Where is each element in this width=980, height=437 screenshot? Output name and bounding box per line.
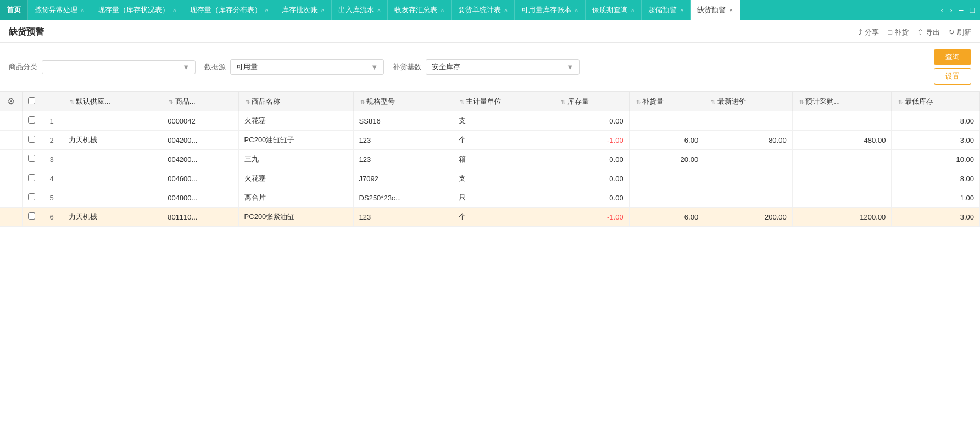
datasource-select[interactable]: 可用量 ▼	[230, 59, 384, 75]
row-stock-3: 0.00	[554, 169, 629, 188]
sort-icon-spec: ⇅	[360, 99, 365, 105]
row-min-5: 3.00	[892, 208, 980, 227]
tab-minimize[interactable]: –	[956, 3, 967, 16]
tab-scroll-left[interactable]: ‹	[937, 3, 946, 16]
row-supplier-5: 力天机械	[63, 208, 162, 227]
row-num-0: 1	[41, 111, 63, 131]
tab-shortage-close[interactable]: ×	[729, 7, 732, 13]
row-unit-1: 个	[453, 131, 554, 150]
row-price-4	[704, 188, 793, 208]
header-actions: ⤴ 分享 □ 补货 ⇧ 导出 ↻ 刷新	[859, 27, 971, 37]
row-price-5: 200.00	[704, 208, 793, 227]
share-action[interactable]: ⤴ 分享	[859, 27, 879, 37]
refresh-label: 刷新	[957, 27, 971, 37]
row-replenish-1: 6.00	[629, 131, 704, 150]
export-icon: ⇧	[917, 28, 923, 36]
datasource-filter-group: 数据源 可用量 ▼	[204, 59, 384, 75]
tab-inout-flow[interactable]: 出入库流水 ×	[332, 0, 388, 20]
replenish-base-select[interactable]: 安全库存 ▼	[426, 59, 580, 75]
tab-inventory-dist-label: 现存量（库存分布表）	[190, 5, 261, 15]
tab-requisition-stat[interactable]: 要货单统计表 ×	[452, 0, 515, 20]
tab-exception-close[interactable]: ×	[81, 7, 84, 13]
row-checkbox-3[interactable]	[28, 174, 35, 181]
query-button[interactable]: 查询	[934, 49, 971, 65]
tab-inventory-status[interactable]: 现存量（库存状况表） ×	[91, 0, 183, 20]
replenish-action[interactable]: □ 补货	[888, 27, 909, 37]
replenish-label: 补货	[894, 27, 909, 37]
row-checkbox-4[interactable]	[28, 193, 35, 200]
tab-scroll-right[interactable]: ›	[946, 3, 956, 16]
row-min-2: 10.00	[892, 150, 980, 169]
row-unit-3: 支	[453, 169, 554, 188]
table-row: 4 004600... 火花塞 J7092 支 0.00 8.00	[0, 169, 980, 188]
row-gear-1	[0, 131, 22, 150]
tab-exception[interactable]: 拣货异常处理 ×	[28, 0, 91, 20]
tab-expiry-query-label: 保质期查询	[592, 5, 628, 15]
row-checkbox-5[interactable]	[28, 212, 35, 220]
tab-expiry-query-close[interactable]: ×	[631, 7, 634, 13]
row-checkbox-cell-3	[22, 169, 41, 188]
row-num-1: 2	[41, 131, 63, 150]
tab-receive-summary-close[interactable]: ×	[441, 7, 444, 13]
replenish-base-value: 安全库存	[432, 62, 460, 72]
row-supplier-4	[63, 188, 162, 208]
tab-overstock-close[interactable]: ×	[680, 7, 683, 13]
category-dropdown-icon: ▼	[182, 63, 190, 71]
main-content: 缺货预警 ⤴ 分享 □ 补货 ⇧ 导出 ↻ 刷新 商品分类	[0, 20, 980, 437]
tab-inventory-dist-close[interactable]: ×	[265, 7, 268, 13]
row-name-3: 火花塞	[238, 169, 353, 188]
row-num-4: 5	[41, 188, 63, 208]
tab-inventory-dist[interactable]: 现存量（库存分布表） ×	[183, 0, 275, 20]
col-replenish-header: ⇅ 补货量	[629, 92, 704, 111]
row-checkbox-1[interactable]	[28, 136, 35, 143]
row-replenish-2: 20.00	[629, 150, 704, 169]
row-spec-5: 123	[353, 208, 453, 227]
tab-maximize[interactable]: □	[967, 3, 978, 16]
tab-available-ledger[interactable]: 可用量库存账本 ×	[515, 0, 585, 20]
row-name-4: 离合片	[238, 188, 353, 208]
row-num-5: 6	[41, 208, 63, 227]
column-settings-icon[interactable]: ⚙	[7, 97, 15, 106]
export-action[interactable]: ⇧ 导出	[917, 27, 940, 37]
col-min-stock-header: ⇅ 最低库存	[892, 92, 980, 111]
row-spec-1: 123	[353, 131, 453, 150]
row-checkbox-0[interactable]	[28, 116, 35, 124]
row-est-3	[792, 169, 892, 188]
row-checkbox-2[interactable]	[28, 155, 35, 162]
category-select[interactable]: ▼	[42, 60, 196, 74]
tab-inout-flow-close[interactable]: ×	[377, 7, 381, 13]
refresh-action[interactable]: ↻ 刷新	[949, 27, 971, 37]
tab-shortage[interactable]: 缺货预警 ×	[691, 0, 739, 20]
row-code-5: 801110...	[162, 208, 238, 227]
tab-batch-account[interactable]: 库存批次账 ×	[275, 0, 331, 20]
row-checkbox-cell-1	[22, 131, 41, 150]
sort-icon-code: ⇅	[169, 99, 173, 105]
table-row: 2 力天机械 004200... PC200油缸缸子 123 个 -1.00 6…	[0, 131, 980, 150]
row-supplier-0	[63, 111, 162, 131]
row-min-0: 8.00	[892, 111, 980, 131]
tab-expiry-query[interactable]: 保质期查询 ×	[586, 0, 642, 20]
tab-receive-summary[interactable]: 收发存汇总表 ×	[388, 0, 451, 20]
row-est-4	[792, 188, 892, 208]
tab-home[interactable]: 首页	[0, 0, 28, 20]
col-spec-header: ⇅ 规格型号	[353, 92, 453, 111]
row-replenish-5: 6.00	[629, 208, 704, 227]
tab-receive-summary-label: 收发存汇总表	[394, 5, 437, 15]
row-supplier-2	[63, 150, 162, 169]
row-gear-0	[0, 111, 22, 131]
tab-available-ledger-close[interactable]: ×	[575, 7, 578, 13]
row-spec-4: DS250*23c...	[353, 188, 453, 208]
col-gear: ⚙	[0, 92, 22, 111]
settings-button[interactable]: 设置	[934, 68, 971, 85]
replenish-icon: □	[888, 28, 892, 36]
tab-requisition-stat-close[interactable]: ×	[504, 7, 508, 13]
filter-area: 商品分类 ▼ 数据源 可用量 ▼ 补货基数 安全库存 ▼ 查询 设置	[0, 43, 980, 92]
row-name-5: PC200张紧油缸	[238, 208, 353, 227]
select-all-checkbox[interactable]	[28, 97, 35, 104]
sort-icon-est: ⇅	[799, 99, 804, 105]
tab-batch-account-close[interactable]: ×	[321, 7, 324, 13]
tab-shortage-label: 缺货预警	[697, 5, 726, 15]
tab-inventory-status-close[interactable]: ×	[172, 7, 176, 13]
tab-overstock[interactable]: 超储预警 ×	[642, 0, 691, 20]
col-est-purchase-header: ⇅ 预计采购...	[792, 92, 892, 111]
